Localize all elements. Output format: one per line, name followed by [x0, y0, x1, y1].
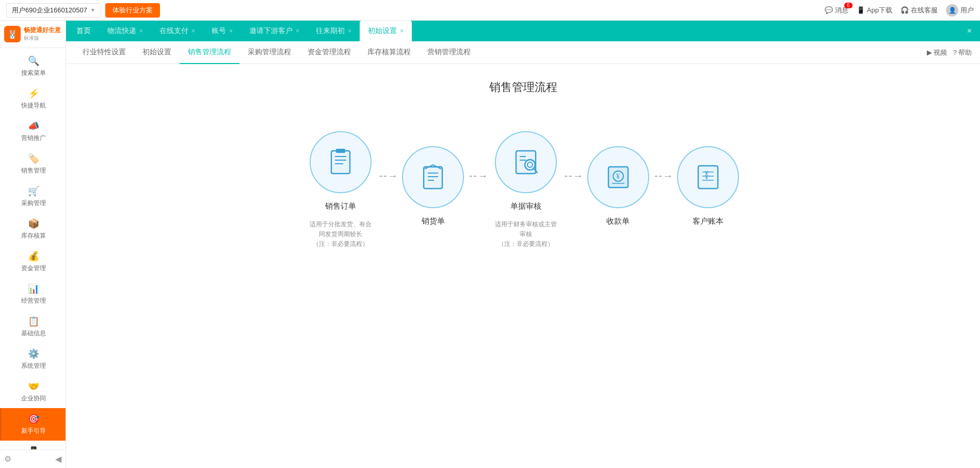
sidebar-item-quick[interactable]: ⚡ 快捷导航	[0, 83, 66, 115]
arrow-dashed-icon-3: - - →	[565, 170, 582, 182]
sub-tab-industry[interactable]: 行业特性设置	[74, 41, 134, 64]
chart-icon: 📊	[28, 283, 39, 294]
clipboard-icon: 📋	[28, 316, 39, 327]
sidebar-item-collab[interactable]: 🤝 企业协同	[0, 376, 66, 408]
gear-icon: ⚙️	[28, 348, 39, 360]
box-icon: 📦	[28, 218, 39, 229]
tab-logistics-close[interactable]: ×	[139, 27, 143, 35]
flow-label-delivery: 销货单	[422, 216, 445, 226]
flow-step-delivery[interactable]: 销货单	[402, 146, 464, 235]
sidebar-item-sales[interactable]: 🏷️ 销售管理	[0, 148, 66, 180]
avatar: 👤	[946, 4, 958, 17]
tab-invite-close[interactable]: ×	[296, 27, 299, 35]
sidebar-item-label: 经营管理	[21, 297, 46, 305]
flow-circle-ledger: ¥ ¥	[677, 146, 739, 208]
money-icon: 💰	[28, 251, 39, 262]
sub-tabs-right: ▶ 视频 ? 帮助	[927, 48, 972, 57]
tab-account[interactable]: 账号 ×	[203, 21, 241, 41]
sidebar-item-operation[interactable]: 📊 经营管理	[0, 278, 66, 310]
user-selector[interactable]: 用户690企业1660120507 ▼	[6, 3, 101, 18]
tab-init-settings[interactable]: 初始设置 ×	[360, 21, 412, 41]
online-service-item[interactable]: 🎧 在线客服	[901, 6, 938, 15]
logo-icon: 🐰	[4, 26, 21, 42]
top-bar-left: 用户690企业1660120507 ▼ 体验行业方案	[6, 3, 160, 18]
receipt-icon: ¥	[603, 162, 634, 193]
sidebar-item-inventory[interactable]: 📦 库存核算	[0, 213, 66, 245]
sub-tab-init[interactable]: 初始设置	[134, 41, 180, 64]
flow-arrow-2: - - →	[464, 170, 492, 182]
sidebar-item-appstore[interactable]: 📱 应用中心	[0, 441, 66, 449]
flow-step-sales-order[interactable]: 销售订单 适用于分批发货、有合同发货周期较长（注：非必要流程）	[307, 131, 374, 249]
tab-init-settings-close[interactable]: ×	[400, 27, 404, 35]
svg-text:¥: ¥	[616, 173, 620, 180]
tab-logistics-label: 物流快递	[107, 26, 136, 36]
sidebar-item-guide[interactable]: 🎯 新手引导	[0, 408, 66, 441]
app-download-label: App下载	[867, 6, 892, 15]
sub-tab-sales-flow-label: 销售管理流程	[188, 48, 231, 57]
flow-arrow-3: - - →	[559, 170, 587, 182]
svg-rect-4	[336, 149, 345, 153]
collapse-icon[interactable]: ◀	[55, 454, 61, 464]
sub-tab-marketing-flow[interactable]: 营销管理流程	[419, 41, 479, 64]
sidebar-item-marketing[interactable]: 📣 营销推广	[0, 115, 66, 148]
sub-tab-finance-flow[interactable]: 资金管理流程	[299, 41, 359, 64]
sidebar-item-purchase[interactable]: 🛒 采购管理	[0, 180, 66, 213]
arrow-dashed-icon-4: - - →	[654, 170, 672, 182]
sidebar-item-search[interactable]: 🔍 搜索菜单	[0, 50, 66, 83]
headset-icon: 🎧	[901, 6, 909, 14]
ledger-icon: ¥ ¥	[693, 162, 724, 193]
svg-rect-0	[331, 151, 350, 174]
tab-period[interactable]: 往来期初 ×	[308, 21, 360, 41]
tab-period-close[interactable]: ×	[348, 27, 351, 35]
sidebar-item-system[interactable]: ⚙️ 系统管理	[0, 343, 66, 376]
user-selector-text: 用户690企业1660120507	[12, 6, 87, 15]
settings-icon[interactable]: ⚙	[4, 454, 11, 464]
tab-invite[interactable]: 邀请下游客户 ×	[241, 21, 308, 41]
flow-step-review[interactable]: 单据审核 适用于财务审核或主管审核（注：非必要流程）	[492, 131, 559, 249]
user-avatar-item[interactable]: 👤 用户	[946, 4, 974, 17]
target-icon: 🎯	[28, 413, 39, 425]
user-label: 用户	[960, 6, 974, 15]
close-all-tabs[interactable]: ×	[961, 26, 978, 36]
sub-tab-sales-flow[interactable]: 销售管理流程	[180, 41, 239, 64]
top-bar-right: 💬 消息 6 📱 App下载 🎧 在线客服 👤 用户	[825, 4, 974, 17]
sub-tabs: 行业特性设置 初始设置 销售管理流程 采购管理流程 资金管理流程 库存核算流程	[66, 41, 980, 64]
tab-logistics[interactable]: 物流快递 ×	[99, 21, 151, 41]
flow-step-ledger[interactable]: ¥ ¥ 客户账本	[677, 146, 739, 235]
help-link[interactable]: ? 帮助	[953, 48, 972, 57]
flow-label-receipt: 收款单	[606, 216, 630, 226]
tab-home[interactable]: 首页	[68, 21, 99, 41]
sales-order-icon	[325, 147, 356, 178]
sub-tab-marketing-flow-label: 营销管理流程	[427, 48, 471, 57]
flow-label-review: 单据审核	[510, 201, 541, 211]
phone-icon: 📱	[857, 6, 865, 14]
sub-tab-finance-flow-label: 资金管理流程	[308, 48, 351, 57]
video-link[interactable]: ▶ 视频	[927, 48, 947, 57]
flow-desc-review: 适用于财务审核或主管审核（注：非必要流程）	[492, 220, 559, 249]
app-download-item[interactable]: 📱 App下载	[857, 6, 892, 15]
sidebar-item-label: 新手引导	[21, 427, 46, 435]
tab-payment[interactable]: 在线支付 ×	[151, 21, 203, 41]
sub-tab-inventory-flow[interactable]: 库存核算流程	[359, 41, 419, 64]
sidebar-item-label: 销售管理	[21, 166, 46, 175]
sidebar-bottom: ⚙ ◀	[0, 449, 66, 468]
top-bar: 用户690企业1660120507 ▼ 体验行业方案 💬 消息 6 📱 App下…	[0, 0, 980, 21]
sidebar-item-label: 搜索菜单	[21, 69, 46, 77]
tag-icon: 🏷️	[28, 153, 39, 164]
tab-account-close[interactable]: ×	[229, 27, 233, 35]
sub-tab-purchase-flow[interactable]: 采购管理流程	[239, 41, 299, 64]
sub-tab-init-label: 初始设置	[142, 48, 171, 57]
flow-step-receipt[interactable]: ¥ 收款单	[587, 146, 649, 235]
sidebar-item-basic[interactable]: 📋 基础信息	[0, 310, 66, 343]
sub-tab-industry-label: 行业特性设置	[83, 48, 126, 57]
sidebar-menu: 🔍 搜索菜单 ⚡ 快捷导航 📣 营销推广 🏷️ 销售管理 🛒 采购管理 📦	[0, 48, 66, 449]
sidebar-item-finance[interactable]: 💰 资金管理	[0, 245, 66, 278]
message-icon-item[interactable]: 💬 消息 6	[825, 6, 848, 15]
flow-arrow-4: - - →	[649, 170, 677, 182]
message-badge: 6	[844, 3, 853, 8]
cart-icon: 🛒	[28, 185, 39, 197]
nav-tabs: 首页 物流快递 × 在线支付 × 账号 × 邀请下游客户 × 往来期初 ×	[66, 21, 980, 41]
tab-payment-close[interactable]: ×	[191, 27, 195, 35]
trial-button[interactable]: 体验行业方案	[105, 3, 160, 18]
sub-tabs-left: 行业特性设置 初始设置 销售管理流程 采购管理流程 资金管理流程 库存核算流程	[74, 41, 479, 64]
